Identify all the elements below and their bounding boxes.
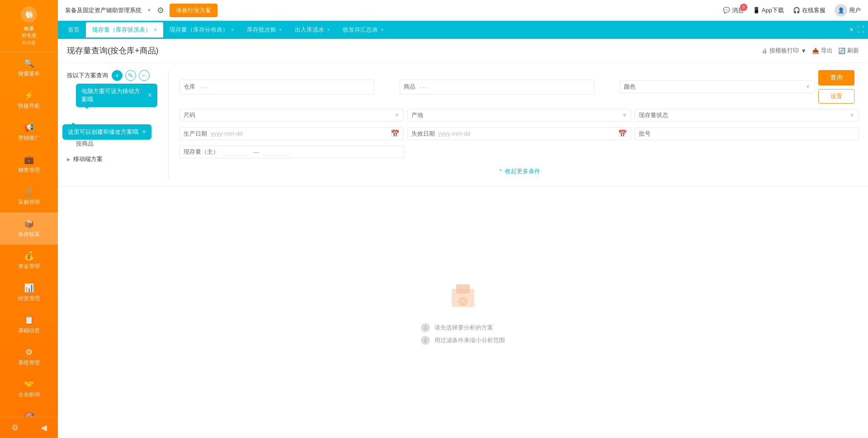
warehouse-dots: ··· <box>199 82 209 92</box>
sidebar-item-system[interactable]: ⚙ 系统管理 <box>0 341 58 373</box>
sidebar-item-quick-nav[interactable]: ⚡ 快捷导航 <box>0 84 58 116</box>
filter-section: 按以下方案查询 + ✎ ← 电脑方案可设为移动方案哦 × <box>58 63 868 187</box>
tab-inventory-dist-close[interactable]: × <box>231 27 234 33</box>
stock-main-from-input[interactable] <box>222 148 250 155</box>
sidebar-item-basic[interactable]: 📋 基础信息 <box>0 309 58 341</box>
color-arrow: ▼ <box>805 84 811 90</box>
tab-close-all-icon[interactable]: × <box>849 26 854 34</box>
sidebar-item-purchase[interactable]: 🛒 采购管理 <box>0 180 58 212</box>
stock-status-filter[interactable]: 现存量状态 ▼ <box>635 109 859 122</box>
sidebar-item-guide[interactable]: 🎯 新手引导 <box>0 405 58 417</box>
batch-no-filter[interactable]: 批号 <box>635 127 859 140</box>
page-actions: 🖨 按模板打印 ▼ 📤 导出 🔄 刷新 <box>762 47 859 55</box>
tab-in-out-flow[interactable]: 出入库流水 × <box>288 22 336 38</box>
empty-state: 1 请先选择要分析的方案 2 用过滤条件来缩小分析范围 <box>58 187 868 438</box>
footer-collapse-btn[interactable]: ◀ <box>41 423 47 433</box>
sidebar-item-enterprise[interactable]: 🤝 企业协同 <box>0 373 58 405</box>
tab-fullscreen-icon[interactable]: ⛶ <box>857 26 864 34</box>
sidebar-item-inventory[interactable]: 📦 库存核算 <box>0 212 58 245</box>
production-date-label: 生产日期 <box>184 130 207 138</box>
print-icon: 🖨 <box>762 47 768 54</box>
batch-no-input[interactable] <box>654 130 855 137</box>
size-label: 尺码 <box>184 111 195 119</box>
tab-collect-report[interactable]: 收发存汇总表 × <box>336 22 390 38</box>
production-date-filter[interactable]: 生产日期 yyyy-mm-dd 📅 <box>179 127 404 140</box>
production-date-input[interactable]: yyyy-mm-dd <box>211 130 387 137</box>
online-support-item[interactable]: 🎧 在线客服 <box>793 6 826 14</box>
expiry-date-input[interactable]: yyyy-mm-dd <box>439 130 615 137</box>
sidebar-label-search-menu: 搜索菜单 <box>18 70 40 78</box>
tooltip1-close-btn[interactable]: × <box>148 91 152 99</box>
sidebar-item-marketing[interactable]: 📢 营销推广 <box>0 116 58 148</box>
collapse-btn[interactable]: ⌃ 收起更多条件 <box>495 164 544 179</box>
expiry-date-calendar-icon[interactable]: 📅 <box>618 129 627 138</box>
query-area: 查询 设置 <box>818 70 854 104</box>
user-item[interactable]: 👤 用户 <box>835 4 861 17</box>
back-scheme-btn[interactable]: ← <box>139 70 150 81</box>
tab-inventory-status[interactable]: 现存量（库存状况表） × <box>86 22 163 38</box>
svg-point-7 <box>464 301 466 302</box>
purchase-icon: 🛒 <box>24 187 34 197</box>
app-logo-icon: 畅 <box>20 5 38 24</box>
sidebar-nav: 🔍 搜索菜单 ⚡ 快捷导航 📢 营销推广 💼 销售管理 🛒 采购管理 📦 库存核… <box>0 52 58 417</box>
size-filter[interactable]: 尺码 ▼ <box>179 109 404 122</box>
origin-filter[interactable]: 产地 ▼ <box>407 109 632 122</box>
print-label: 按模板打印 <box>769 47 799 55</box>
warehouse-filter[interactable]: 仓库 ··· <box>179 80 374 94</box>
sidebar-label-basic: 基础信息 <box>18 327 40 334</box>
header-settings-icon[interactable]: ⚙ <box>157 5 164 15</box>
filter-row-3: 生产日期 yyyy-mm-dd 📅 失效日期 yyyy-mm-dd 📅 批号 <box>179 127 859 140</box>
tab-batch-account-close[interactable]: × <box>279 27 282 33</box>
filter-row-1: 仓库 ··· 商品 ··· 颜色 ▼ <box>179 70 859 104</box>
tab-collect-report-close[interactable]: × <box>381 27 384 33</box>
sidebar-label-purchase: 采购管理 <box>18 198 40 206</box>
empty-step-1: 1 请先选择要分析的方案 <box>421 323 505 332</box>
color-filter[interactable]: 颜色 ▼ <box>620 80 815 93</box>
empty-steps: 1 请先选择要分析的方案 2 用过滤条件来缩小分析范围 <box>421 323 505 345</box>
query-button[interactable]: 查询 <box>818 70 854 85</box>
sidebar-item-search-menu[interactable]: 🔍 搜索菜单 <box>0 52 58 84</box>
app-tagline: 畅通好生意 <box>22 25 37 39</box>
origin-arrow: ▼ <box>622 112 627 118</box>
tooltip2-close-btn[interactable]: × <box>142 128 146 136</box>
set-button[interactable]: 设置 <box>818 89 854 104</box>
tab-inventory-status-close[interactable]: × <box>154 27 157 33</box>
production-date-calendar-icon[interactable]: 📅 <box>391 129 400 138</box>
app-download-item[interactable]: 📱 App下载 <box>753 6 784 14</box>
step1-text: 请先选择要分析的方案 <box>434 324 493 332</box>
goods-filter[interactable]: 商品 ··· <box>400 80 594 94</box>
system-title-dropdown[interactable]: ▼ <box>147 8 151 13</box>
guide-icon: 🎯 <box>24 411 34 417</box>
tab-home[interactable]: 首页 <box>61 22 86 38</box>
expiry-date-filter[interactable]: 失效日期 yyyy-mm-dd 📅 <box>407 127 632 140</box>
print-arrow-icon: ▼ <box>801 47 807 54</box>
footer-settings-btn[interactable]: ⚙ <box>11 423 19 433</box>
notification-item[interactable]: 💬 8 消息 <box>723 6 744 14</box>
origin-label: 产地 <box>411 111 423 119</box>
refresh-icon: 🔄 <box>838 47 845 54</box>
add-scheme-btn[interactable]: + <box>112 70 123 81</box>
tooltip1-text: 电脑方案可设为移动方案哦 <box>81 87 144 104</box>
warehouse-label: 仓库 <box>184 83 195 91</box>
search-menu-icon: 🔍 <box>24 58 34 68</box>
experience-button[interactable]: 体验行业方案 <box>170 4 217 17</box>
message-icon: 💬 <box>723 7 730 14</box>
stock-main-to-input[interactable] <box>263 148 290 155</box>
refresh-action-btn[interactable]: 🔄 刷新 <box>838 47 859 55</box>
export-action-btn[interactable]: 📤 导出 <box>812 47 833 55</box>
batch-no-label: 批号 <box>639 130 651 138</box>
top-header: 装备及固定资产辅助管理系统 ▼ ⚙ 体验行业方案 💬 8 消息 📱 App下载 … <box>58 0 868 21</box>
edit-scheme-btn[interactable]: ✎ <box>125 70 136 81</box>
sidebar-item-sales[interactable]: 💼 销售管理 <box>0 148 58 180</box>
tab-in-out-flow-close[interactable]: × <box>327 27 330 33</box>
scheme-tree-mobile[interactable]: ▶ 移动端方案 <box>67 153 157 165</box>
tooltip-desktop-scheme: 电脑方案可设为移动方案哦 × <box>76 84 157 107</box>
stock-main-filter: 现存量（主） — <box>179 146 405 158</box>
sidebar-item-finance[interactable]: 💰 资金管理 <box>0 245 58 277</box>
mobile-tree-arrow: ▶ <box>67 157 71 162</box>
print-action-btn[interactable]: 🖨 按模板打印 ▼ <box>762 47 807 55</box>
tab-batch-account[interactable]: 库存批次账 × <box>241 22 288 38</box>
tooltip2-text: 这里可以创建和修改方案哦 <box>68 128 138 136</box>
sidebar-item-operations[interactable]: 📊 经营管理 <box>0 277 58 309</box>
tab-inventory-dist[interactable]: 现存量（库存分布表） × <box>163 22 241 38</box>
